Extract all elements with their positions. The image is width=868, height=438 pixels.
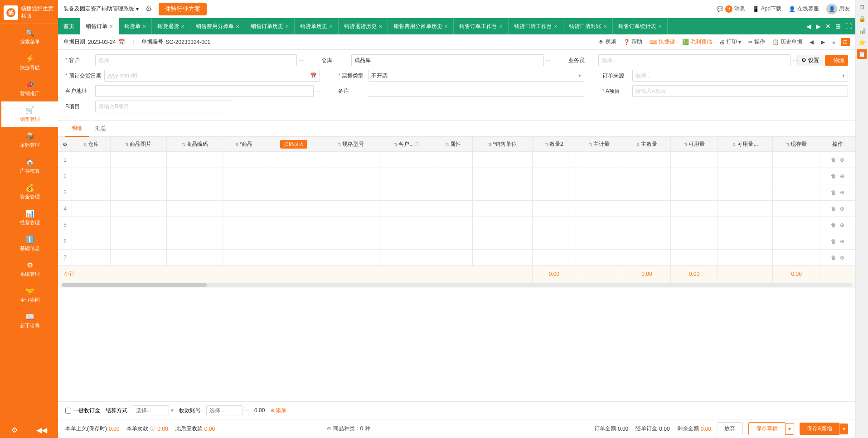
row-current[interactable] [773,152,820,168]
row-current[interactable] [773,250,820,266]
row-spec[interactable] [323,250,379,266]
save-draft-arrow-btn[interactable]: ▾ [785,423,794,435]
scan-input-btn[interactable]: 扫码录入 [280,140,307,149]
col-available[interactable]: ⇅可用量 [670,137,718,152]
tab-daily-reconcile[interactable]: 钱货日清对账 ✕ [563,18,613,34]
col-scan[interactable]: 扫码录入 [265,137,323,152]
sidebar-item-guide[interactable]: 📖 新手引导 [0,308,58,334]
row-scan[interactable] [265,184,323,201]
row-current[interactable] [773,184,820,201]
right-panel-btn-1[interactable]: ⊡ [857,2,867,12]
tab-close-icon[interactable]: ✕ [554,24,558,29]
row-code[interactable] [167,233,223,250]
row-customer-data[interactable] [379,168,434,184]
one-click-checkbox[interactable] [65,408,71,414]
row-available2[interactable] [718,201,773,217]
delete-row-icon[interactable]: 🗑 [831,173,836,179]
warehouse-more-icon[interactable]: ··· [546,57,550,63]
tab-expense-history[interactable]: 销售费用分摊单历史 ✕ [388,18,454,34]
row-warehouse[interactable] [72,152,111,168]
action-btn[interactable]: ✏ 操作 [747,37,767,47]
row-unit[interactable] [472,152,532,168]
row-available[interactable] [670,250,718,266]
customer-input[interactable]: 选择... [95,54,297,66]
row-current[interactable] [773,201,820,217]
row-customer-data[interactable] [379,233,434,250]
sidebar-item-finance[interactable]: 💰 资金管理 [0,179,58,205]
sidebar-item-collab[interactable]: 🤝 企业协同 [0,282,58,308]
next-record-icon[interactable]: ▶ [819,38,827,46]
tab-daily-workbench[interactable]: 钱货日清工作台 ✕ [509,18,563,34]
row-main-qty[interactable] [623,233,671,250]
row-main-qty[interactable] [623,217,671,233]
col-spec[interactable]: ⇅规格型号 [323,137,379,152]
system-title[interactable]: 装备及固定资产辅助管理系统 ▾ [63,5,139,13]
collapse-icon[interactable]: ◀◀ [36,426,47,434]
a-project-input[interactable]: 请输入A项目 [632,85,848,97]
industry-btn[interactable]: 体验行业方案 [159,3,207,15]
row-warehouse[interactable] [72,201,111,217]
row-spec[interactable] [323,233,379,250]
row-main-unit[interactable] [576,217,623,233]
col-main-unit[interactable]: ⇅主计量 [576,137,623,152]
row-current[interactable] [773,217,820,233]
staff-more-icon[interactable]: ··· [793,57,797,63]
row-attr[interactable] [434,168,473,184]
tab-close-icon[interactable]: ✕ [329,24,333,29]
warehouse-input[interactable]: 成品库 [351,54,544,66]
col-main-qty[interactable]: ⇅主数量 [623,137,671,152]
row-qty2[interactable] [533,184,576,201]
row-photo[interactable] [110,184,166,201]
row-spec[interactable] [323,201,379,217]
this-lower-info-icon[interactable]: ⓘ [150,425,155,433]
address-input[interactable] [95,85,314,97]
row-warehouse[interactable] [72,168,111,184]
row-code[interactable] [167,201,223,217]
help-btn[interactable]: ❓ 帮助 [621,37,644,47]
tab-return-history[interactable]: 销货退货历史 ✕ [339,18,388,34]
row-available2[interactable] [718,184,773,201]
shortcut-btn[interactable]: ⌨ 快捷键 [648,37,677,47]
view-btn[interactable]: 👁 视频 [596,37,618,47]
row-unit[interactable] [472,250,532,266]
col-available2[interactable]: ⇅可用量... [718,137,773,152]
row-current[interactable] [773,168,820,184]
row-goods[interactable] [223,250,265,266]
row-goods[interactable] [223,217,265,233]
row-available2[interactable] [718,233,773,250]
col-qty2[interactable]: ⇅数量2 [533,137,576,152]
row-available2[interactable] [718,217,773,233]
sidebar-item-inventory[interactable]: 🏠 库存核算 [0,153,58,179]
tab-close-icon[interactable]: ✕ [658,24,662,29]
sidebar-item-basic[interactable]: ℹ️ 基础信息 [0,231,58,256]
tab-close-icon[interactable]: ✕ [285,24,289,29]
row-spec[interactable] [323,152,379,168]
delete-row-icon[interactable]: 🗑 [831,157,836,163]
col-photo[interactable]: ⇅商品图片 [110,137,166,152]
tab-sales-order-history[interactable]: 销售订单历史 ✕ [245,18,295,34]
copy-row-icon[interactable]: ⊕ [840,206,844,212]
row-customer-data[interactable] [379,217,434,233]
row-available2[interactable] [718,152,773,168]
sidebar-item-search[interactable]: 🔍 搜索菜单 [0,24,58,50]
row-qty2[interactable] [533,152,576,168]
col-goods[interactable]: ⇅*商品 [223,137,265,152]
row-available[interactable] [670,201,718,217]
row-available[interactable] [670,233,718,250]
copy-row-icon[interactable]: ⊕ [840,238,844,245]
row-qty2[interactable] [533,217,576,233]
row-scan[interactable] [265,250,323,266]
tab-fullscreen-icon[interactable]: ⛶ [844,22,853,31]
row-goods[interactable] [223,152,265,168]
row-main-qty[interactable] [623,250,671,266]
invoice-select[interactable]: 不开票 ▾ [368,70,584,82]
row-current[interactable] [773,233,820,250]
calendar-icon[interactable]: 📅 [118,39,125,45]
online-service-item[interactable]: 👤 在线客服 [789,5,819,13]
date-value[interactable]: 2023-03-24 [88,39,116,45]
row-customer-data[interactable] [379,184,434,201]
row-scan[interactable] [265,217,323,233]
copy-row-icon[interactable]: ⊕ [840,222,844,228]
col-code[interactable]: ⇅商品编码 [167,137,223,152]
tab-sales-order[interactable]: 销售订单 ✕ [80,18,119,34]
